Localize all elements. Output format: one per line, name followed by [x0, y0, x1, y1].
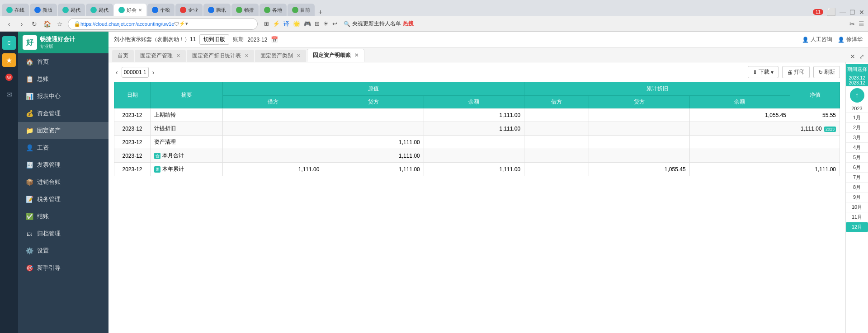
- tab-close-3[interactable]: ✕: [297, 53, 301, 59]
- refresh-button[interactable]: ↻ 刷新: [813, 66, 840, 78]
- period-month-8[interactable]: 8月: [846, 183, 868, 192]
- badge-count: 11: [813, 9, 823, 15]
- sidebar-logo: 好: [23, 35, 37, 50]
- period-month-12[interactable]: 12月: [846, 222, 868, 232]
- back-button[interactable]: ‹: [4, 19, 14, 29]
- print-button[interactable]: 🖨 打印: [782, 66, 810, 78]
- tab-close-1[interactable]: ✕: [176, 53, 180, 59]
- browser-tab-7[interactable]: 腾讯: [203, 4, 231, 16]
- calendar-icon[interactable]: 📅: [271, 36, 278, 43]
- download-button[interactable]: ⬇ 下载 ▾: [748, 66, 778, 78]
- period-month-6[interactable]: 6月: [846, 163, 868, 173]
- left-icon-star[interactable]: ★: [2, 53, 16, 67]
- svg-text:C: C: [7, 41, 10, 46]
- download-dropdown-icon[interactable]: ▾: [771, 69, 774, 75]
- tab-fixed-asset-detail[interactable]: 固定资产明细账 ✕: [307, 49, 364, 62]
- sidebar-item-fixed-assets[interactable]: 📁 固定资产: [18, 122, 108, 139]
- tab-close-2[interactable]: ✕: [245, 53, 249, 59]
- scroll-up-button[interactable]: ↑: [850, 88, 864, 103]
- archive-icon: 🗂: [25, 230, 33, 238]
- sidebar-item-guide[interactable]: 🎯 新手引导: [18, 259, 108, 277]
- sidebar-item-funds[interactable]: 💰 资金管理: [18, 105, 108, 122]
- page-navigation: ‹ ›: [114, 67, 156, 78]
- period-month-7[interactable]: 7月: [846, 173, 868, 183]
- left-icon-weibo[interactable]: W: [2, 70, 16, 84]
- cell-orig-credit: 1,111.00: [323, 136, 424, 149]
- cell-orig-debit: [223, 108, 323, 122]
- browser-tab-5[interactable]: 个税: [147, 4, 175, 16]
- left-icon-mail[interactable]: ✉: [2, 88, 16, 101]
- qr-icon[interactable]: ⊞: [264, 20, 269, 27]
- tab-home[interactable]: 首页: [112, 50, 134, 62]
- expand-icon[interactable]: ⤢: [859, 53, 864, 60]
- sidebar-item-ledger[interactable]: 📋 总账: [18, 70, 108, 88]
- adblock-icon[interactable]: ⚡: [273, 20, 280, 27]
- period-month-3[interactable]: 3月: [846, 133, 868, 143]
- sidebar-item-settings[interactable]: ⚙️ 设置: [18, 242, 108, 259]
- menu-icon[interactable]: ☰: [859, 20, 864, 28]
- close-all-tabs-icon[interactable]: ✕: [850, 53, 855, 60]
- translate-icon[interactable]: 译: [283, 20, 289, 28]
- minimize-button[interactable]: —: [840, 9, 846, 16]
- tab-icon[interactable]: ⬜: [827, 8, 836, 16]
- switch-version-button[interactable]: 切到旧版: [199, 34, 229, 45]
- sidebar-item-close[interactable]: ✅ 结账: [18, 208, 108, 225]
- period-month-11[interactable]: 11月: [846, 212, 868, 222]
- sidebar-item-reports[interactable]: 📊 报表中心: [18, 88, 108, 105]
- tab-close-4[interactable]: ✕: [354, 52, 359, 58]
- tab-depreciation-stat[interactable]: 固定资产折旧统计表 ✕: [187, 50, 254, 62]
- browser-tab-0[interactable]: 在线: [2, 4, 29, 16]
- dropdown-icon[interactable]: ▾: [185, 21, 188, 27]
- tab-fixed-asset-category[interactable]: 固定资产类别 ✕: [255, 50, 306, 62]
- user-button[interactable]: 👤 徐泽华: [838, 36, 863, 43]
- browser-tab-6[interactable]: 企业: [175, 4, 203, 16]
- new-tab-button[interactable]: +: [316, 8, 325, 16]
- period-month-9[interactable]: 9月: [846, 192, 868, 202]
- browser-tab-3[interactable]: 易代: [86, 4, 113, 16]
- page-input[interactable]: [122, 67, 149, 78]
- sidebar-item-payroll[interactable]: 👤 工资: [18, 139, 108, 156]
- period-month-4[interactable]: 4月: [846, 143, 868, 153]
- browser-tab-1[interactable]: 新版: [30, 4, 57, 16]
- wallet-icon[interactable]: 🌟: [293, 20, 300, 27]
- home-button[interactable]: 🏠: [42, 19, 52, 29]
- grid-icon[interactable]: ⊞: [315, 20, 320, 27]
- history-icon[interactable]: ↩: [332, 20, 337, 27]
- tab-fixed-asset-mgmt[interactable]: 固定资产管理 ✕: [135, 50, 186, 62]
- next-page-button[interactable]: ›: [151, 68, 156, 77]
- browser-tab-4[interactable]: 好会 ✕: [114, 4, 146, 16]
- maximize-button[interactable]: ☐: [849, 9, 855, 16]
- browser-tab-close-4[interactable]: ✕: [138, 8, 142, 13]
- url-input[interactable]: 🔒 https://cloud.chanjet.com/accounting/u…: [68, 18, 258, 30]
- browser-tab-10[interactable]: 目前: [288, 4, 315, 16]
- scissors-icon[interactable]: ✂: [849, 20, 855, 28]
- prev-page-button[interactable]: ‹: [114, 68, 120, 77]
- cell-accum-balance: 1,055.45: [689, 108, 790, 122]
- period-month-5[interactable]: 5月: [846, 153, 868, 163]
- cell-net-value: [790, 149, 840, 163]
- period-year[interactable]: 2023: [846, 104, 868, 113]
- forward-button[interactable]: ›: [16, 19, 27, 29]
- left-icon-chanjet[interactable]: C: [2, 36, 16, 50]
- sidebar-item-home[interactable]: 🏠 首页: [18, 53, 108, 70]
- cell-orig-balance: 1,111.00: [424, 122, 524, 136]
- sidebar-item-tax[interactable]: 📝 税务管理: [18, 191, 108, 208]
- game-icon[interactable]: 🎮: [304, 20, 311, 27]
- period-month-10[interactable]: 10月: [846, 202, 868, 212]
- service-button[interactable]: 👤 人工咨询: [802, 36, 832, 43]
- reload-button[interactable]: ↻: [29, 19, 40, 29]
- sidebar-item-invoice[interactable]: 🧾 发票管理: [18, 156, 108, 174]
- cell-accum-debit: [524, 136, 589, 149]
- brightness-icon[interactable]: ☀: [323, 20, 329, 27]
- browser-tab-2[interactable]: 易代: [58, 4, 85, 16]
- bookmark-button[interactable]: ☆: [54, 19, 65, 29]
- browser-tab-9[interactable]: 各地: [259, 4, 287, 16]
- close-window-button[interactable]: ✕: [859, 9, 864, 16]
- search-box: 🔍 央视更新主持人名单 热搜: [344, 20, 414, 28]
- browser-tab-8[interactable]: 畅排: [231, 4, 259, 16]
- period-month-1[interactable]: 1月: [846, 113, 868, 123]
- period-month-2[interactable]: 2月: [846, 123, 868, 133]
- cell-summary: 合本月合计: [151, 149, 223, 163]
- sidebar-item-archive[interactable]: 🗂 归档管理: [18, 225, 108, 242]
- sidebar-item-purchase[interactable]: 📦 进销台账: [18, 174, 108, 191]
